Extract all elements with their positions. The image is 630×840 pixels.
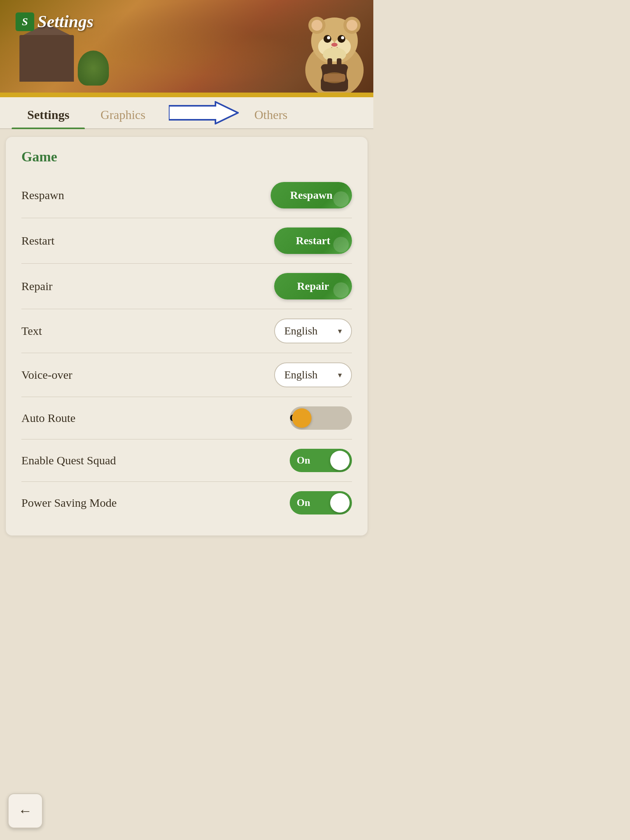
power-saving-toggle[interactable]: On — [290, 491, 352, 514]
tab-graphics[interactable]: Graphics — [85, 101, 161, 128]
chevron-down-icon: ▾ — [338, 326, 342, 336]
arrow-annotation — [169, 97, 239, 128]
svg-point-12 — [331, 43, 338, 47]
svg-point-10 — [327, 36, 330, 39]
app-title-container: S Settings — [16, 12, 93, 32]
setting-label-restart: Restart — [21, 234, 54, 247]
svg-point-5 — [346, 20, 357, 31]
svg-point-3 — [312, 20, 322, 31]
svg-point-8 — [324, 35, 331, 43]
app-title: Settings — [37, 12, 93, 32]
power-saving-toggle-container: On — [290, 491, 352, 514]
voice-over-language-dropdown[interactable]: English ▾ — [274, 362, 352, 387]
setting-label-respawn: Respawn — [21, 189, 64, 202]
tab-settings[interactable]: Settings — [12, 101, 85, 128]
setting-row-power-saving: Power Saving Mode On — [21, 482, 352, 524]
setting-row-text: Text English ▾ — [21, 309, 352, 353]
setting-row-restart: Restart Restart — [21, 218, 352, 264]
settings-content: Game Respawn Respawn Restart Restart Rep… — [6, 137, 368, 536]
restart-button[interactable]: Restart — [274, 228, 352, 254]
svg-rect-16 — [337, 58, 341, 70]
setting-label-voice-over: Voice-over — [21, 368, 72, 382]
auto-route-toggle[interactable]: Off — [290, 406, 352, 430]
auto-route-toggle-container: Off — [290, 406, 352, 430]
arrow-icon — [169, 101, 239, 124]
setting-label-text: Text — [21, 324, 42, 338]
auto-route-toggle-knob — [292, 408, 312, 428]
repair-button[interactable]: Repair — [274, 273, 352, 299]
svg-point-9 — [338, 35, 345, 43]
hero-foliage — [78, 51, 109, 86]
app-logo-icon: S — [16, 12, 34, 31]
yellow-accent-bar — [0, 93, 373, 97]
setting-label-repair: Repair — [21, 280, 52, 293]
setting-label-auto-route: Auto Route — [21, 411, 75, 425]
setting-row-auto-route: Auto Route Off — [21, 397, 352, 439]
chevron-down-icon-voiceover: ▾ — [338, 370, 342, 380]
hero-section: S Settings — [0, 0, 373, 93]
respawn-button[interactable]: Respawn — [271, 182, 352, 208]
power-saving-toggle-label: On — [297, 497, 310, 509]
tab-others[interactable]: Others — [239, 101, 303, 128]
svg-point-13 — [323, 47, 346, 61]
setting-row-repair: Repair Repair — [21, 264, 352, 309]
setting-row-voice-over: Voice-over English ▾ — [21, 353, 352, 397]
text-language-value: English — [284, 325, 318, 337]
hamster-character — [299, 4, 369, 93]
quest-squad-toggle[interactable]: On — [290, 449, 352, 472]
power-saving-toggle-knob — [330, 493, 350, 513]
setting-label-quest-squad: Enable Quest Squad — [21, 454, 116, 467]
setting-row-quest-squad: Enable Quest Squad On — [21, 439, 352, 482]
svg-marker-21 — [169, 102, 238, 124]
quest-squad-toggle-label: On — [297, 455, 310, 466]
setting-label-power-saving: Power Saving Mode — [21, 496, 117, 509]
text-language-dropdown[interactable]: English ▾ — [274, 318, 352, 343]
svg-rect-15 — [327, 58, 332, 70]
quest-squad-toggle-container: On — [290, 449, 352, 472]
setting-row-respawn: Respawn Respawn — [21, 173, 352, 218]
svg-rect-18 — [324, 74, 345, 82]
svg-point-11 — [341, 36, 344, 39]
hero-building — [19, 35, 74, 82]
tabs-container: Settings Graphics Others — [0, 97, 373, 129]
quest-squad-toggle-knob — [330, 451, 350, 470]
voice-over-language-value: English — [284, 369, 318, 381]
game-section-title: Game — [21, 149, 352, 165]
